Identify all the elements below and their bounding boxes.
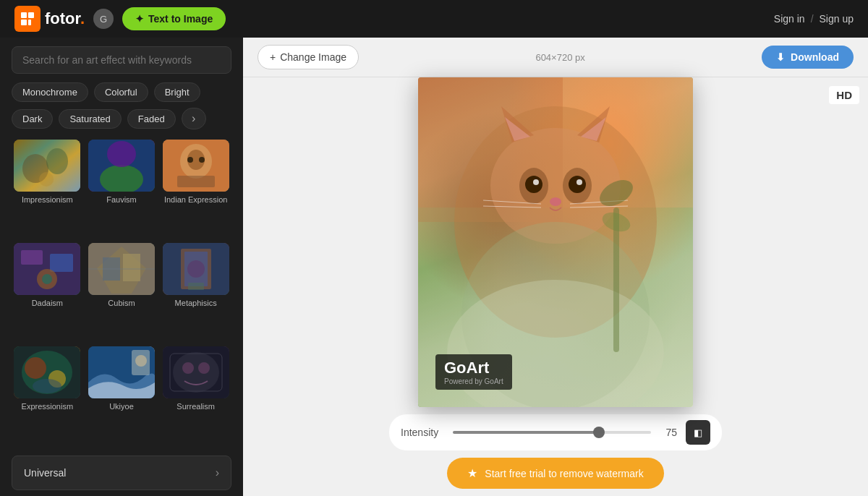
- svg-point-6: [46, 148, 68, 174]
- intensity-label: Intensity: [401, 427, 444, 438]
- plus-icon: +: [270, 51, 276, 63]
- svg-rect-19: [21, 250, 43, 265]
- svg-rect-17: [177, 176, 215, 187]
- effect-indian-expression[interactable]: Indian Expression: [160, 140, 231, 240]
- chevron-right-icon: ›: [216, 466, 219, 479]
- svg-rect-0: [21, 12, 27, 18]
- search-input[interactable]: [12, 46, 231, 74]
- svg-point-59: [533, 179, 539, 185]
- effect-ukiyoe-label: Ukiyoe: [109, 401, 134, 411]
- art-image: GoArt Powered by GoArt: [418, 77, 693, 407]
- svg-point-40: [135, 355, 147, 367]
- intensity-value: 75: [660, 427, 677, 438]
- watermark-bar[interactable]: ★ Start free trial to remove watermark: [447, 458, 663, 489]
- logo: fotor.: [14, 6, 85, 32]
- tag-monochrome[interactable]: Monochrome: [12, 82, 88, 102]
- intensity-row: Intensity 75 ◧: [389, 414, 722, 450]
- svg-rect-1: [28, 12, 34, 18]
- effect-fauvism-thumb: [88, 140, 155, 192]
- sign-up-link[interactable]: Sign up: [820, 13, 854, 25]
- watermark-text: Start free trial to remove watermark: [485, 468, 643, 479]
- change-image-label: Change Image: [280, 51, 346, 63]
- tag-row-2: Dark Saturated Faded ›: [12, 108, 231, 129]
- search-container: [0, 38, 243, 82]
- header: fotor. G ✦ Text to Image Sign in / Sign …: [0, 0, 868, 38]
- svg-point-31: [187, 260, 205, 278]
- image-size: 604×720 px: [535, 52, 584, 63]
- download-button[interactable]: ⬇ Download: [762, 46, 854, 69]
- tag-colorful[interactable]: Colorful: [94, 82, 148, 102]
- effect-expressionism[interactable]: Expressionism: [12, 346, 83, 447]
- svg-point-15: [187, 157, 193, 163]
- effect-impressionism[interactable]: Impressionism: [12, 140, 83, 240]
- effect-metaphisics-thumb: [163, 243, 229, 295]
- tag-saturated[interactable]: Saturated: [59, 109, 121, 129]
- header-divider: /: [811, 13, 814, 25]
- compare-icon: ◧: [694, 427, 702, 438]
- universal-button[interactable]: Universal ›: [12, 456, 231, 490]
- effect-surrealism[interactable]: Surrealism: [160, 346, 231, 447]
- effect-ukiyoe-thumb: [88, 346, 155, 398]
- tag-dark[interactable]: Dark: [12, 109, 53, 129]
- effect-expressionism-label: Expressionism: [22, 401, 74, 411]
- svg-point-43: [182, 362, 194, 374]
- svg-rect-3: [28, 20, 31, 25]
- effect-impressionism-label: Impressionism: [22, 194, 73, 205]
- svg-point-7: [39, 172, 54, 187]
- effect-expressionism-thumb: [14, 346, 80, 398]
- svg-point-22: [42, 274, 52, 284]
- intensity-slider[interactable]: [453, 431, 651, 434]
- effect-metaphisics[interactable]: Metaphisics: [160, 243, 231, 343]
- text-to-image-button[interactable]: ✦ Text to Image: [122, 7, 226, 30]
- effect-indian-thumb: [163, 140, 229, 192]
- effect-metaphisics-label: Metaphisics: [175, 298, 217, 308]
- g-icon[interactable]: G: [93, 9, 114, 29]
- bottom-controls: Intensity 75 ◧ ★ Start free trial to rem…: [243, 407, 868, 496]
- tag-faded[interactable]: Faded: [127, 109, 176, 129]
- effect-cubism-label: Cubism: [108, 298, 135, 308]
- effect-surrealism-thumb: [163, 346, 229, 398]
- svg-point-37: [33, 379, 61, 393]
- filter-tags: Monochrome Colorful Bright Dark Saturate…: [0, 82, 243, 137]
- effect-ukiyoe[interactable]: Ukiyoe: [86, 346, 158, 447]
- sidebar: Monochrome Colorful Bright Dark Saturate…: [0, 38, 243, 496]
- effect-dadaism-thumb: [14, 243, 80, 295]
- star-icon: ★: [467, 466, 477, 480]
- effect-cubism[interactable]: Cubism: [86, 243, 158, 343]
- sign-in-link[interactable]: Sign in: [774, 13, 805, 25]
- main-layout: Monochrome Colorful Bright Dark Saturate…: [0, 38, 868, 496]
- effect-dadaism-label: Dadaism: [32, 298, 63, 308]
- effect-cubism-thumb: [88, 243, 155, 295]
- svg-point-42: [173, 352, 219, 393]
- svg-point-10: [107, 141, 136, 167]
- universal-label: Universal: [24, 467, 66, 479]
- download-icon: ⬇: [776, 51, 785, 63]
- change-image-button[interactable]: + Change Image: [258, 45, 359, 69]
- effects-grid: Impressionism Fauvism: [0, 137, 243, 450]
- logo-icon: [14, 6, 41, 32]
- tag-bright[interactable]: Bright: [154, 82, 200, 102]
- logo-text: fotor.: [45, 9, 85, 28]
- effect-dadaism[interactable]: Dadaism: [12, 243, 83, 343]
- header-right: Sign in / Sign up: [774, 13, 854, 25]
- goart-subtitle: Powered by GoArt: [444, 377, 503, 385]
- tag-more-button[interactable]: ›: [182, 108, 206, 129]
- svg-point-44: [198, 362, 210, 374]
- svg-point-58: [569, 176, 586, 193]
- svg-point-16: [199, 157, 205, 163]
- effect-fauvism[interactable]: Fauvism: [86, 140, 158, 240]
- goart-title: GoArt: [444, 359, 503, 377]
- svg-point-57: [525, 176, 542, 193]
- svg-point-61: [550, 197, 561, 206]
- text-to-image-icon: ✦: [135, 13, 144, 25]
- svg-rect-32: [188, 283, 204, 290]
- hd-badge[interactable]: HD: [829, 86, 859, 104]
- svg-point-35: [25, 357, 46, 379]
- compare-button[interactable]: ◧: [686, 420, 710, 445]
- goart-watermark: GoArt Powered by GoArt: [435, 354, 512, 390]
- effect-fauvism-label: Fauvism: [106, 194, 137, 205]
- effect-indian-label: Indian Expression: [164, 194, 227, 205]
- svg-rect-20: [50, 254, 73, 272]
- svg-rect-2: [21, 20, 27, 25]
- text-to-image-label: Text to Image: [148, 13, 213, 25]
